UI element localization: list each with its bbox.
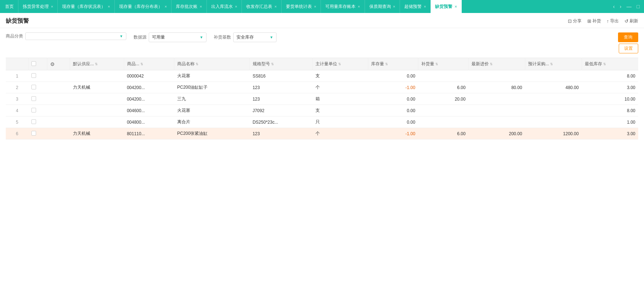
row-supplier: [70, 105, 124, 116]
row-min-stock: 3.00: [582, 82, 638, 93]
row-checkbox-cell[interactable]: [29, 70, 47, 82]
th-supplier[interactable]: 默认供应... ⇅: [70, 58, 124, 70]
row-supplier: [70, 93, 124, 105]
tab-anormal[interactable]: 拣货异常处理 ×: [18, 0, 58, 13]
tab-close-recv-summary[interactable]: ×: [274, 4, 277, 9]
th-settings[interactable]: ⚙: [47, 58, 70, 70]
row-unit: 个: [313, 128, 368, 140]
row-checkbox[interactable]: [31, 131, 36, 136]
row-checkbox[interactable]: [31, 119, 36, 124]
tab-overstock[interactable]: 超储预警 ×: [400, 0, 431, 13]
tab-close-batch-account[interactable]: ×: [200, 4, 202, 9]
category-select[interactable]: ▼: [25, 32, 126, 40]
replenish-base-value: 安全库存: [236, 34, 254, 40]
tab-close-order-stat[interactable]: ×: [314, 4, 316, 9]
column-settings-icon[interactable]: ⚙: [50, 61, 55, 67]
tab-close-expiry-query[interactable]: ×: [393, 4, 395, 9]
settings-button[interactable]: 设置: [619, 44, 638, 53]
tab-bar: 首页 拣货异常处理 × 现存量（库存状况表） × 现存量（库存分布表） × 库存…: [0, 0, 644, 13]
row-est-purchase: [525, 70, 582, 82]
th-code[interactable]: 商品... ⇅: [124, 58, 174, 70]
row-checkbox-cell[interactable]: [29, 116, 47, 128]
table-header-row: ⚙ 默认供应... ⇅ 商品... ⇅: [6, 58, 638, 70]
row-name: 火花塞: [174, 105, 250, 116]
th-name[interactable]: 商品名称 ⇅: [174, 58, 250, 70]
row-checkbox[interactable]: [31, 85, 36, 89]
row-checkbox[interactable]: [31, 96, 36, 101]
refresh-action[interactable]: ↺ 刷新: [625, 18, 638, 24]
table-row: 5 004800... 离合片 DS250*23c... 只 0.00 1.00: [6, 116, 638, 128]
th-est-purchase[interactable]: 预计采购... ⇅: [525, 58, 582, 70]
row-est-purchase: 480.00: [525, 82, 582, 93]
row-index: 1: [6, 70, 29, 82]
query-button[interactable]: 查询: [618, 32, 638, 42]
datasource-chevron: ▼: [200, 35, 203, 39]
tab-shortage[interactable]: 缺货预警 ×: [431, 0, 461, 13]
row-min-stock: 8.00: [582, 70, 638, 82]
tab-close-shortage[interactable]: ×: [454, 4, 457, 9]
th-unit[interactable]: 主计量单位 ⇅: [313, 58, 368, 70]
sort-purchase-icon: ⇅: [550, 62, 553, 66]
row-est-purchase: 1200.00: [525, 128, 582, 140]
row-replenish: 6.00: [418, 128, 468, 140]
tab-close-inout-flow[interactable]: ×: [235, 4, 237, 9]
row-index: 3: [6, 93, 29, 105]
row-stock: 0.00: [368, 93, 418, 105]
row-min-stock: 10.00: [582, 93, 638, 105]
tab-close-anormal[interactable]: ×: [51, 4, 53, 9]
tab-maximize[interactable]: □: [635, 3, 642, 10]
tab-nav-btns: ‹ › — □: [611, 3, 643, 10]
category-chevron: ▼: [119, 34, 123, 38]
row-checkbox[interactable]: [31, 73, 36, 78]
tab-close-overstock[interactable]: ×: [424, 4, 426, 9]
tab-inout-flow[interactable]: 出入库流水 ×: [207, 0, 242, 13]
row-est-purchase: [525, 116, 582, 128]
datasource-select[interactable]: 可用量 ▼: [149, 32, 206, 42]
th-spec[interactable]: 规格型号 ⇅: [250, 58, 313, 70]
tab-available-ledger[interactable]: 可用量库存账本 ×: [321, 0, 365, 13]
tab-current-dist[interactable]: 现存量（库存分布表） ×: [115, 0, 171, 13]
row-code: 004200...: [124, 82, 174, 93]
row-spec: SS816: [250, 70, 313, 82]
tab-close-current-dist[interactable]: ×: [165, 4, 167, 9]
th-latest-price[interactable]: 最新进价 ⇅: [469, 58, 525, 70]
row-settings-cell: [47, 70, 70, 82]
tab-order-stat[interactable]: 要货单统计表 ×: [282, 0, 321, 13]
tab-recv-summary[interactable]: 收发存汇总表 ×: [242, 0, 281, 13]
tab-nav-right[interactable]: ›: [618, 3, 624, 10]
export-action[interactable]: ↑ 导出: [607, 18, 619, 24]
filter-category: 商品分类 ▼: [6, 32, 126, 40]
row-spec: DS250*23c...: [250, 116, 313, 128]
tab-batch-account[interactable]: 库存批次账 ×: [171, 0, 206, 13]
table-row: 2 力天机械 004200... PC200油缸缸子 123 个 -1.00 6…: [6, 82, 638, 93]
refresh-icon: ↺: [625, 18, 628, 24]
share-action[interactable]: ⊡ 分享: [568, 18, 582, 24]
tab-expiry-query[interactable]: 保质期查询 ×: [365, 0, 400, 13]
tab-nav-left[interactable]: ‹: [611, 3, 617, 10]
row-checkbox-cell[interactable]: [29, 93, 47, 105]
row-supplier: 力天机械: [70, 128, 124, 140]
row-checkbox-cell[interactable]: [29, 128, 47, 140]
replenish-base-select[interactable]: 安全库存 ▼: [233, 32, 277, 42]
sort-replenish-icon: ⇅: [435, 62, 438, 66]
row-checkbox-cell[interactable]: [29, 82, 47, 93]
row-checkbox[interactable]: [31, 108, 36, 112]
th-min-stock[interactable]: 最低库存 ⇅: [582, 58, 638, 70]
tab-home[interactable]: 首页: [1, 0, 18, 13]
replenish-action[interactable]: ⊞ 补货: [587, 18, 601, 24]
tab-close-available-ledger[interactable]: ×: [358, 4, 360, 9]
row-spec: 123: [250, 93, 313, 105]
tab-minimize[interactable]: —: [625, 3, 634, 10]
row-latest-price: [469, 116, 525, 128]
th-stock[interactable]: 库存量 ⇅: [368, 58, 418, 70]
th-replenish[interactable]: 补货量 ⇅: [418, 58, 468, 70]
select-all-checkbox[interactable]: [31, 61, 36, 66]
tab-current-status[interactable]: 现存量（库存状况表） ×: [58, 0, 114, 13]
table-row: 6 力天机械 801110... PC200张紧油缸 123 个 -1.00 6…: [6, 128, 638, 140]
datasource-label: 数据源: [134, 34, 147, 40]
row-supplier: [70, 116, 124, 128]
tab-close-current-status[interactable]: ×: [108, 4, 110, 9]
th-checkbox[interactable]: [29, 58, 47, 70]
row-checkbox-cell[interactable]: [29, 105, 47, 116]
replenish-base-chevron: ▼: [270, 35, 273, 39]
